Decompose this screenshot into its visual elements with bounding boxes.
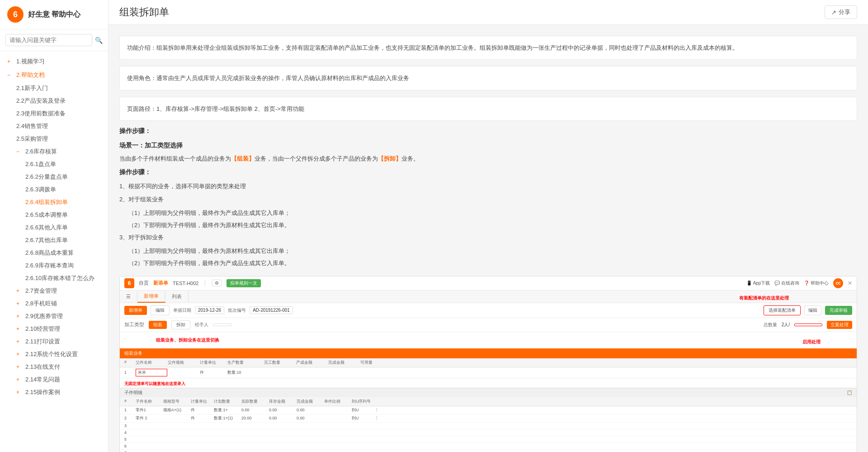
sidebar-item-video[interactable]: + 1.视频学习 [0, 55, 108, 68]
share-button[interactable]: ↗ 分享 [825, 5, 857, 19]
screenshot-wrap: 6 自贡 新添单 TEST-H002 ⚙ 拟单规则一文 📱 App下载 💬 在线… [120, 276, 857, 452]
sidebar-item-2-6-1[interactable]: 2.6.1盘点单 [22, 158, 108, 171]
sidebar-item-2-6-2[interactable]: 2.6.2分量盘点单 [22, 171, 108, 183]
app-bottom-row2: 2 零件 2 件 数量:1+(1) 20.00 0.00 0.00 到U ⋮ [120, 414, 857, 423]
nav-label: 2.6.6其他入库单 [25, 224, 68, 232]
col-prod-qty: 生产数量 [227, 360, 264, 366]
sidebar-item-2-1[interactable]: 2.1新手入门 [13, 82, 108, 95]
nav-label: 2.6.10库存账本错了怎么办 [25, 274, 94, 282]
content-area: 功能介绍：组装拆卸单用来处理企业组装或拆卸等加工业务，支持有固定装配清单的产品加… [108, 25, 868, 452]
path-box: 页面路径：1、库存核算->库存管理->组装拆卸单 2、首页->常用功能 [119, 97, 857, 121]
bcol-stock-amt: 库存金额 [269, 399, 296, 404]
app-btn-new[interactable]: 新增单 [124, 306, 147, 315]
app-btn-confirm[interactable]: 立案处理 [827, 321, 852, 329]
app-status-btn: ⚙ [212, 280, 222, 286]
app-btn-edit[interactable]: 编辑 [151, 305, 170, 315]
app-doc-no: TEST-H002 [173, 281, 198, 286]
app-top-table-header: # 父件名称 父件规格 计量单位 生产数量 完工数量 产成金额 完成金额 可用量 [120, 358, 857, 367]
sidebar-item-2-11[interactable]: + 2.11打印设置 [13, 335, 108, 348]
sidebar-item-2-6-4[interactable]: 2.6.4组装拆卸单 [22, 196, 108, 209]
app-close-icon: ✕ [848, 280, 852, 286]
scene1-desc: 当由多个子件材料组装成一个成品的业务为【组装】业务，当由一个父件拆分成多个子产品… [119, 153, 857, 165]
app-type-row: 加工类型 组装 拆卸 经手人 组装业务、拆卸业务在这里切换 总数量 2人/ 启用… [120, 318, 857, 332]
sidebar-item-2-5[interactable]: 2.5采购管理 [13, 133, 108, 145]
expand-icon-2-10: + [16, 326, 23, 332]
logo-icon: 6 [7, 6, 24, 23]
expand-icon-2-7: + [16, 288, 23, 294]
col-work-qty: 完工数量 [264, 360, 296, 366]
sidebar-item-2-13[interactable]: + 2.13在线支付 [13, 361, 108, 373]
sidebar-item-2-10[interactable]: + 2.10经营管理 [13, 323, 108, 335]
sidebar-item-2-6-7[interactable]: 2.6.7其他出库单 [22, 234, 108, 247]
app-screenshot: 6 自贡 新添单 TEST-H002 ⚙ 拟单规则一文 📱 App下载 💬 在线… [119, 276, 857, 452]
app-btn-select-config[interactable]: 选择装配清单 [764, 305, 801, 315]
nav-label: 2.8手机旺铺 [25, 300, 57, 308]
sidebar-item-2-6-3[interactable]: 2.6.3调拨单 [22, 183, 108, 196]
app-btn-submit[interactable]: 完成审核 [825, 306, 852, 315]
sidebar-header: 6 好生意 帮助中心 [0, 0, 108, 29]
app-type-option1[interactable]: 组装 [149, 321, 167, 329]
app-bottom-table: # 子件名称 规格型号 计量单位 计划数量 实际数量 库存金额 完成金额 单件比… [120, 397, 857, 452]
app-bottom-header: 子件明细 📋 [120, 388, 857, 397]
sidebar-item-2-6[interactable]: − 2.6库存核算 [13, 145, 108, 158]
bcol-spec: 规格型号 [163, 399, 190, 404]
app-type-label: 加工类型 [124, 321, 144, 328]
col-action [392, 360, 406, 366]
app-person-label: 经手人 [195, 322, 208, 328]
nav-label: 2.3使用前数据准备 [16, 109, 66, 118]
expand-icon-2-8: + [16, 300, 23, 307]
app-top-table-row1: 1 米米 件 数量:10 [120, 367, 857, 378]
annotation-no-config-row: 无固定清单可以随意地在这里录入 [120, 378, 857, 388]
path-text: 页面路径：1、库存核算->库存管理->组装拆卸单 2、首页->常用功能 [127, 105, 304, 112]
expand-icon-2-12: + [16, 351, 23, 357]
annotation-no-config: 无固定清单可以随意地在这里录入 [124, 381, 185, 386]
expand-icon-2-13: + [16, 364, 23, 370]
expand-icon: + [7, 58, 14, 65]
sidebar-item-2-6-6[interactable]: 2.6.6其他入库单 [22, 221, 108, 234]
bcol-num: # [124, 399, 135, 404]
sidebar-item-2-6-8[interactable]: 2.6.8商品成本重算 [22, 247, 108, 259]
app-batch-value: AD-20191226-001 [250, 306, 293, 314]
bcol-actual-qty: 实际数量 [241, 399, 269, 404]
brow2-act: ⋮ [375, 416, 388, 420]
search-icon[interactable]: 🔍 [95, 37, 103, 44]
sidebar-item-2-12[interactable]: + 2.12系统个性化设置 [13, 348, 108, 361]
main-area: 组装拆卸单 ↗ 分享 功能介绍：组装拆卸单用来处理企业组装或拆卸等加工业务，支持… [108, 0, 868, 452]
bottom-section-label: 子件明细 [124, 390, 142, 396]
share-icon: ↗ [831, 9, 836, 16]
app-type-option2[interactable]: 拆卸 [171, 320, 190, 329]
brow1-spec: 规格A+(1) [163, 407, 190, 413]
divider [205, 280, 205, 286]
sidebar-item-2-6-9[interactable]: 2.6.9库存账本查询 [22, 259, 108, 272]
nav-label: 2.11打印设置 [25, 338, 60, 346]
sidebar-item-2-2[interactable]: 2.2产品安装及登录 [13, 95, 108, 107]
sidebar-item-2-4[interactable]: 2.4销售管理 [13, 120, 108, 133]
expand-icon-2-14: + [16, 376, 23, 383]
nav-label: 2.14常见问题 [25, 376, 60, 384]
nav-label: 2.6.8商品成本重算 [25, 249, 74, 257]
nav-label: 1.视频学习 [16, 57, 45, 66]
nav-label: 2.6库存核算 [25, 147, 57, 156]
app-bottom-row1: 1 零件1 规格A+(1) 件 数量:1+ 0.00 0.00 0.00 到U … [120, 406, 857, 414]
step3-sub1: （1）上部明细为父件明细，最终作为原材料生成其它出库单； [119, 246, 857, 256]
sidebar-item-2-14[interactable]: + 2.14常见问题 [13, 373, 108, 386]
ops-steps-title: 操作步骤： [119, 168, 857, 176]
sidebar-item-2-9[interactable]: + 2.9优惠券管理 [13, 310, 108, 323]
app-btn-edit2[interactable]: 编辑 [804, 305, 821, 315]
brow4-num: 4 [124, 430, 135, 435]
app-date-label: 单据日期 [173, 307, 191, 314]
annotation-enable: 启用处理 [802, 339, 821, 345]
sidebar-item-2-6-5[interactable]: 2.6.5成本调整单 [22, 209, 108, 221]
app-top-bar: 6 自贡 新添单 TEST-H002 ⚙ 拟单规则一文 📱 App下载 💬 在线… [120, 276, 857, 290]
sidebar-item-2-7[interactable]: + 2.7资金管理 [13, 285, 108, 297]
nav-tree: + 1.视频学习 − 2.帮助文档 2.1新手入门 2.2产品安装及登录 2.3… [0, 51, 108, 452]
nav-label: 2.15操作案例 [25, 388, 60, 396]
sidebar-item-2-15[interactable]: + 2.15操作案例 [13, 386, 108, 399]
brow6-num: 6 [124, 444, 135, 448]
sidebar-item-2-8[interactable]: + 2.8手机旺铺 [13, 297, 108, 310]
sidebar-item-2-3[interactable]: 2.3使用前数据准备 [13, 107, 108, 120]
sidebar-item-docs[interactable]: − 2.帮助文档 [0, 68, 108, 82]
search-input[interactable] [5, 34, 92, 46]
sidebar-item-2-6-10[interactable]: 2.6.10库存账本错了怎么办 [22, 272, 108, 285]
nav-label: 2.6.2分量盘点单 [25, 173, 68, 181]
